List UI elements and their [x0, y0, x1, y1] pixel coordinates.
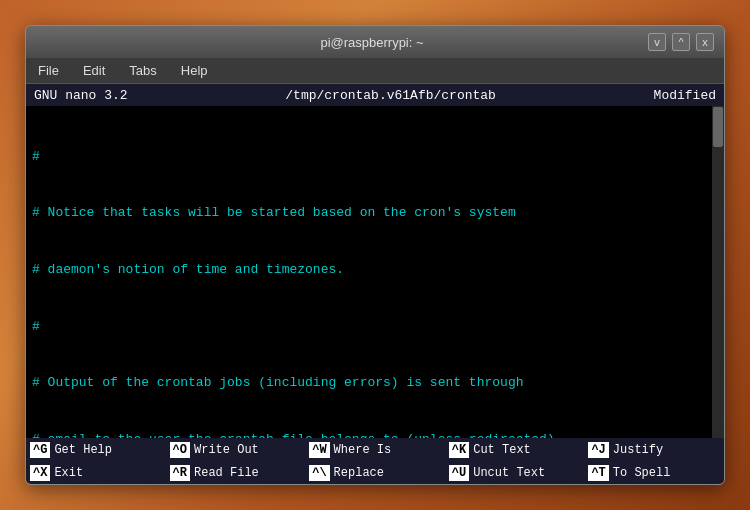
footer-label-cut-text: Cut Text — [473, 443, 531, 457]
footer-item-exit[interactable]: ^X Exit — [26, 465, 166, 481]
editor-area[interactable]: # # Notice that tasks will be started ba… — [26, 106, 724, 438]
menu-edit[interactable]: Edit — [79, 61, 109, 80]
editor-line-2: # Notice that tasks will be started base… — [32, 204, 718, 223]
footer-label-get-help: Get Help — [54, 443, 112, 457]
footer-item-to-spell[interactable]: ^T To Spell — [584, 465, 724, 481]
nano-filename: /tmp/crontab.v61Afb/crontab — [285, 88, 496, 103]
title-bar: pi@raspberrypi: ~ v ^ x — [26, 26, 724, 58]
minimize-button[interactable]: v — [648, 33, 666, 51]
editor-line-6: # email to the user the crontab file bel… — [32, 431, 718, 438]
close-button[interactable]: x — [696, 33, 714, 51]
editor-content: # # Notice that tasks will be started ba… — [32, 110, 718, 438]
footer-label-uncut-text: Uncut Text — [473, 466, 545, 480]
editor-line-4: # — [32, 318, 718, 337]
footer-item-justify[interactable]: ^J Justify — [584, 442, 724, 458]
menu-file[interactable]: File — [34, 61, 63, 80]
menu-tabs[interactable]: Tabs — [125, 61, 160, 80]
footer-key-X: ^X — [30, 465, 50, 481]
maximize-button[interactable]: ^ — [672, 33, 690, 51]
footer-item-get-help[interactable]: ^G Get Help — [26, 442, 166, 458]
editor-line-5: # Output of the crontab jobs (including … — [32, 374, 718, 393]
footer-label-write-out: Write Out — [194, 443, 259, 457]
footer-key-U: ^U — [449, 465, 469, 481]
footer-label-replace: Replace — [334, 466, 384, 480]
footer-label-where-is: Where Is — [334, 443, 392, 457]
menu-bar: File Edit Tabs Help — [26, 58, 724, 84]
footer-row-2: ^X Exit ^R Read File ^\ Replace ^U Uncut… — [26, 461, 724, 484]
scrollbar[interactable] — [712, 106, 724, 438]
footer-item-where-is[interactable]: ^W Where Is — [305, 442, 445, 458]
footer-item-replace[interactable]: ^\ Replace — [305, 465, 445, 481]
footer-key-backslash: ^\ — [309, 465, 329, 481]
nano-status: Modified — [654, 88, 716, 103]
footer-key-T: ^T — [588, 465, 608, 481]
nano-header: GNU nano 3.2 /tmp/crontab.v61Afb/crontab… — [26, 84, 724, 106]
editor-line-3: # daemon's notion of time and timezones. — [32, 261, 718, 280]
scrollbar-thumb[interactable] — [713, 107, 723, 147]
terminal-window: pi@raspberrypi: ~ v ^ x File Edit Tabs H… — [25, 25, 725, 485]
footer-row-1: ^G Get Help ^O Write Out ^W Where Is ^K … — [26, 438, 724, 461]
footer-key-K: ^K — [449, 442, 469, 458]
footer-label-to-spell: To Spell — [613, 466, 671, 480]
footer-label-exit: Exit — [54, 466, 83, 480]
footer-key-W: ^W — [309, 442, 329, 458]
footer-item-write-out[interactable]: ^O Write Out — [166, 442, 306, 458]
nano-footer: ^G Get Help ^O Write Out ^W Where Is ^K … — [26, 438, 724, 484]
footer-key-G: ^G — [30, 442, 50, 458]
footer-item-cut-text[interactable]: ^K Cut Text — [445, 442, 585, 458]
footer-item-uncut-text[interactable]: ^U Uncut Text — [445, 465, 585, 481]
footer-label-read-file: Read File — [194, 466, 259, 480]
editor-line-1: # — [32, 148, 718, 167]
footer-label-justify: Justify — [613, 443, 663, 457]
footer-key-R: ^R — [170, 465, 190, 481]
menu-help[interactable]: Help — [177, 61, 212, 80]
footer-key-J: ^J — [588, 442, 608, 458]
footer-key-O: ^O — [170, 442, 190, 458]
nano-version: GNU nano 3.2 — [34, 88, 128, 103]
window-controls: v ^ x — [648, 33, 714, 51]
window-title: pi@raspberrypi: ~ — [96, 35, 648, 50]
footer-item-read-file[interactable]: ^R Read File — [166, 465, 306, 481]
